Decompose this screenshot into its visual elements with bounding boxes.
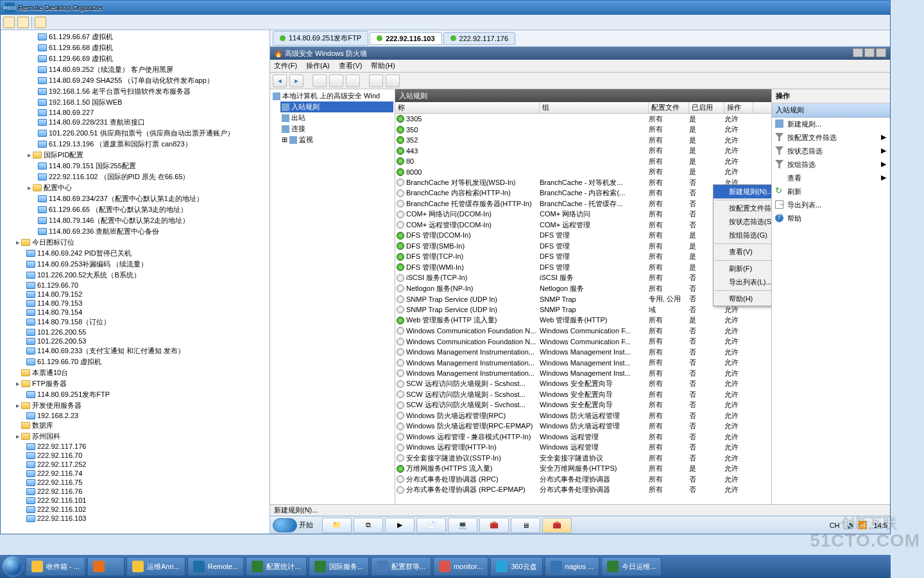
- action-item[interactable]: 按配置文件筛选 ▶: [772, 131, 890, 144]
- taskbar-button[interactable]: [87, 557, 124, 576]
- col-enabled[interactable]: 已启用: [689, 102, 724, 113]
- tree-item[interactable]: 114.80.79.153: [1, 299, 270, 308]
- rule-row[interactable]: SCW 远程访问防火墙规则 - Scshost...Windows 安全配置向导…: [395, 379, 771, 390]
- ctx-menu-item[interactable]: 帮助(H): [714, 292, 771, 306]
- tb-star-icon[interactable]: [35, 17, 46, 28]
- taskbar-button[interactable]: Remote...: [187, 557, 244, 576]
- start-label[interactable]: 开始: [299, 520, 313, 530]
- tree-item[interactable]: 114.80.79.152: [1, 290, 270, 299]
- tree-item[interactable]: 61.129.66.68 虚拟机: [1, 42, 270, 53]
- ctx-menu-item[interactable]: 刷新(F): [714, 262, 771, 276]
- taskbar-app-4[interactable]: 📄: [416, 518, 446, 533]
- taskbar-button[interactable]: 今日运维...: [601, 557, 662, 576]
- tree-item[interactable]: ▸开发使用服务器: [1, 400, 270, 411]
- rule-row[interactable]: 350所有是允许: [395, 125, 771, 136]
- tb-btn-5[interactable]: [386, 74, 400, 87]
- ctx-menu-item[interactable]: 按配置文件筛选(P)▶: [714, 202, 771, 215]
- rule-row[interactable]: Web 管理服务(HTTP 流入量)Web 管理服务(HTTP)所有是允许: [395, 315, 771, 326]
- connection-tab[interactable]: 222.92.116.103: [370, 32, 441, 45]
- tree-item[interactable]: 222.92.117.252: [1, 460, 270, 469]
- rule-row[interactable]: Windows Management Instrumentation...Win…: [395, 358, 771, 369]
- connection-tab[interactable]: 114.80.69.251发布FTP: [273, 31, 368, 46]
- taskbar-app-1[interactable]: 📁: [322, 518, 352, 533]
- tree-item[interactable]: 114.80.69.253补漏编码 （续流量）: [1, 259, 270, 270]
- col-profile[interactable]: 配置文件: [649, 102, 689, 113]
- tree-item[interactable]: 114.80.69.251发布FTP: [1, 389, 270, 400]
- tree-item[interactable]: 101.226.200.53: [1, 337, 270, 346]
- tb-folder-icon[interactable]: [3, 17, 15, 28]
- tree-item[interactable]: 222.92.116.102 （国际的PID 原先 在66.65）: [1, 171, 270, 182]
- tree-item[interactable]: ▸今日图标订位: [1, 237, 270, 248]
- tree-item[interactable]: 101.226.200.51 供应商扣票号（供应商自动出票开通账户）: [1, 128, 270, 139]
- tree-item[interactable]: 61.129.66.69 虚拟机: [1, 53, 270, 64]
- rule-row[interactable]: Windows 防火墙远程管理(RPC-EPMAP)Windows 防火墙远程管…: [395, 421, 771, 432]
- taskbar-button[interactable]: 360云盘: [490, 557, 542, 576]
- taskbar-button[interactable]: 运维Ann...: [126, 557, 185, 576]
- tree-item[interactable]: 数据库: [1, 420, 270, 431]
- connection-tab[interactable]: 222.92.117.176: [443, 32, 515, 45]
- tree-item[interactable]: 61.129.66.70 虚拟机: [1, 356, 270, 367]
- tree-item[interactable]: 114.80.79.146（配置中心默认第2走的地址）: [1, 215, 270, 226]
- rule-row[interactable]: 8000所有是允许: [395, 167, 771, 178]
- action-item[interactable]: 导出列表...: [772, 198, 890, 212]
- rule-row[interactable]: 分布式事务处理协调器 (RPC-EPMAP)分布式事务处理协调器所有否允许: [395, 485, 771, 496]
- tree-item[interactable]: 101.226.200.52大系统（B系统）: [1, 270, 270, 281]
- taskbar-app-6[interactable]: 🧰: [479, 518, 509, 533]
- menu-item[interactable]: 操作(A): [306, 61, 330, 71]
- tree-item[interactable]: 192.168.1.56 老平台票号扫描软件发布服务器: [1, 86, 270, 97]
- tb-btn-1[interactable]: [312, 74, 327, 87]
- tree-item[interactable]: 222.92.116.102: [1, 505, 270, 514]
- rdo-titlebar[interactable]: RDO Remote Desktop Organizer: [1, 1, 890, 15]
- start-button[interactable]: [273, 518, 297, 532]
- rule-row[interactable]: 分布式事务处理协调器 (RPC)分布式事务处理协调器所有否允许: [395, 474, 771, 485]
- tree-item[interactable]: 192.168.2.23: [1, 411, 270, 420]
- menu-item[interactable]: 文件(F): [274, 61, 297, 71]
- rule-row[interactable]: Windows Management Instrumentation...Win…: [395, 347, 771, 358]
- taskbar-app-7[interactable]: 🖥: [511, 518, 540, 533]
- rule-row[interactable]: Windows Communication Foundation N...Win…: [395, 326, 771, 337]
- taskbar-app-5[interactable]: 💻: [448, 518, 477, 533]
- tree-item[interactable]: 114.80.79.151 国际255配置: [1, 161, 270, 171]
- rule-row[interactable]: 3305所有是允许: [395, 114, 771, 125]
- forward-button[interactable]: [289, 74, 304, 87]
- tree-item[interactable]: 222.92.116.75: [1, 478, 270, 487]
- action-item[interactable]: 按状态筛选 ▶: [772, 144, 890, 158]
- tree-item[interactable]: 222.92.116.70: [1, 451, 270, 460]
- col-name[interactable]: 称: [395, 102, 540, 113]
- rule-row[interactable]: Windows Management Instrumentation...Win…: [395, 368, 771, 379]
- rule-row[interactable]: Windows 远程管理 - 兼容模式(HTTP-In)Windows 远程管理…: [395, 432, 771, 442]
- tree-item[interactable]: 61.129.13.196 （退废票和国际打票 can823）: [1, 139, 270, 150]
- tree-item[interactable]: 61.129.66.67 虚拟机: [1, 31, 270, 42]
- host-taskbar[interactable]: 收件箱 - ...运维Ann...Remote...配置统计...国际服务...…: [0, 555, 891, 578]
- action-item[interactable]: 刷新: [772, 185, 890, 198]
- rule-row[interactable]: 352所有是允许: [395, 135, 771, 146]
- rule-row[interactable]: 443所有是允许: [395, 146, 771, 157]
- tree-item[interactable]: 222.92.117.176: [1, 442, 270, 451]
- mmc-menu[interactable]: 文件(F)操作(A)查看(V)帮助(H): [270, 60, 890, 73]
- menu-item[interactable]: 帮助(H): [371, 61, 395, 71]
- taskbar-button[interactable]: 配置统计...: [246, 557, 306, 576]
- tree-item[interactable]: 222.92.116.74: [1, 469, 270, 478]
- col-action[interactable]: 操作: [724, 102, 753, 113]
- rule-row[interactable]: Windows 远程管理(HTTP-In)Windows 远程管理所有否允许: [395, 442, 771, 453]
- action-item[interactable]: 按组筛选 ▶: [772, 158, 890, 171]
- remote-taskbar[interactable]: 开始 📁 ⧉ ▶ 📄 💻 🧰 🖥 🧰 CH 🔊 📶 14:5: [270, 516, 890, 534]
- mmc-titlebar[interactable]: 🔥 高级安全 Windows 防火墙: [270, 47, 890, 60]
- ctx-menu-item[interactable]: 查看(V)▶: [714, 245, 771, 259]
- tree-item[interactable]: ▸FTP服务器: [1, 378, 270, 389]
- taskbar-button[interactable]: monitor...: [433, 557, 488, 576]
- col-group[interactable]: 组: [540, 102, 649, 113]
- tree-item[interactable]: 114.80.69.236 查航班配置中心备份: [1, 226, 270, 237]
- server-tree[interactable]: 61.129.66.67 虚拟机61.129.66.68 虚拟机61.129.6…: [1, 30, 270, 534]
- ctx-menu-item[interactable]: 导出列表(L)...: [714, 276, 771, 289]
- tree-item[interactable]: 222.92.116.76: [1, 487, 270, 496]
- tree-item[interactable]: 61.129.66.70: [1, 281, 270, 290]
- ctx-menu-item[interactable]: 按组筛选(G)▶: [714, 229, 771, 242]
- taskbar-app-2[interactable]: ⧉: [354, 518, 383, 533]
- rule-row[interactable]: 安全套接字隧道协议(SSTP-In)安全套接字隧道协议所有否允许: [395, 453, 771, 464]
- tree-item[interactable]: 114.80.69.228/231 查航班接口: [1, 117, 270, 128]
- tree-item[interactable]: ▸国际PID配置: [1, 150, 270, 161]
- action-item[interactable]: 帮助: [772, 212, 890, 225]
- taskbar-app-firewall[interactable]: 🧰: [542, 518, 572, 533]
- action-item[interactable]: 新建规则...: [772, 118, 890, 131]
